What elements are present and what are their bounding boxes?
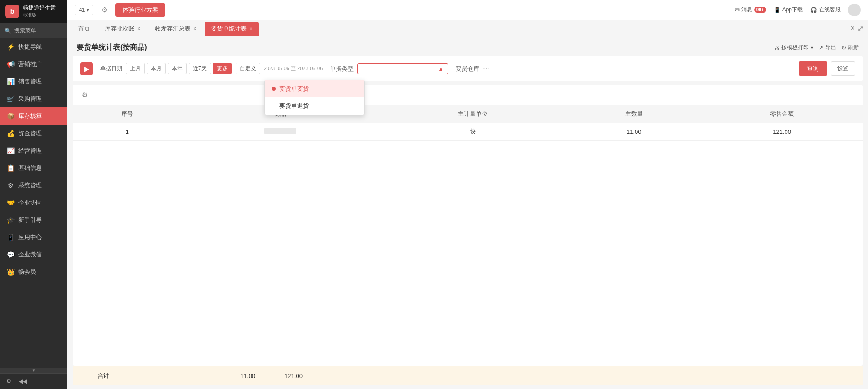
headset-icon: 🎧 (810, 7, 817, 13)
type-filter-group: 单据类型 ▲ (330, 63, 448, 74)
finance-label: 资金管理 (18, 129, 42, 138)
table-settings-icon[interactable]: ⚙ (78, 88, 91, 101)
tab-close-all-icon[interactable]: × (851, 24, 855, 33)
search-label: 搜索菜单 (14, 27, 36, 35)
header-right: ✉ 消息 99+ 📱 App下载 🎧 在线客服 (735, 4, 861, 16)
refresh-label: 刷新 (848, 44, 859, 51)
cell-quantity: 11.00 (566, 123, 701, 141)
quicknav-icon: ⚡ (6, 43, 15, 51)
sales-icon: 📊 (6, 78, 15, 85)
guide-icon: 🎓 (6, 216, 15, 224)
dropdown-item-0[interactable]: 要货单要货 (265, 80, 364, 97)
date-btn-custom[interactable]: 自定义 (236, 63, 260, 74)
tab-stock-summary[interactable]: 收发存汇总表 × (149, 22, 203, 36)
cooperation-label: 企业协同 (18, 199, 42, 207)
filter-actions: 查询 设置 (799, 61, 855, 76)
page-title: 要货单统计表(按商品) (77, 43, 147, 52)
sidebar-item-management[interactable]: 📈 经营管理 (0, 142, 67, 159)
tab-stock-summary-close[interactable]: × (193, 26, 196, 32)
scroll-down-indicator[interactable]: ▼ (0, 368, 67, 373)
sidebar-item-quicknav[interactable]: ⚡ 快捷导航 (0, 38, 67, 56)
sidebar-item-sales[interactable]: 📊 销售管理 (0, 73, 67, 90)
sidebar-settings-icon[interactable]: ⚙ (6, 378, 11, 384)
tab-bar: 首页 库存批次账 × 收发存汇总表 × 要货单统计表 × × ⤢ (67, 20, 868, 37)
basicinfo-icon: 📋 (6, 164, 15, 172)
message-badge: 99+ (754, 7, 766, 13)
export-icon: ↗ (819, 45, 823, 51)
query-button[interactable]: 查询 (799, 61, 827, 76)
inventory-icon: 📦 (6, 113, 15, 120)
header-gear-icon[interactable]: ⚙ (98, 4, 111, 16)
data-table: 序号 商品 主计量单位 主数量 零售金额 1 块 11.00 (73, 105, 863, 141)
sidebar-item-basic-info[interactable]: 📋 基础信息 (0, 159, 67, 177)
col-header-quantity: 主数量 (566, 105, 701, 123)
top-header: 41 ▾ ⚙ 体验行业方案 ✉ 消息 99+ 📱 App下载 🎧 在线客服 (67, 0, 868, 20)
warehouse-filter-group: 要货仓库 ··· (456, 65, 489, 73)
date-btn-lastmonth[interactable]: 上月 (126, 63, 145, 74)
cell-amount: 121.00 (701, 123, 863, 141)
tab-inventory-batch-label: 库存批次账 (105, 25, 134, 33)
sidebar-item-finance[interactable]: 💰 资金管理 (0, 125, 67, 142)
cell-unit: 块 (379, 123, 566, 141)
app-download-label: App下载 (782, 6, 803, 14)
member-label: 畅会员 (18, 268, 36, 276)
settings-button[interactable]: 设置 (831, 61, 855, 76)
sidebar-item-appcenter[interactable]: 📱 应用中心 (0, 229, 67, 246)
online-service-item[interactable]: 🎧 在线客服 (810, 6, 841, 14)
filter-expand-button[interactable]: ▶ (80, 62, 93, 75)
chevron-down-icon: ▾ (87, 7, 89, 13)
refresh-action[interactable]: ↻ 刷新 (842, 44, 859, 51)
filter-area: ▶ 单据日期 上月 本月 本年 近7天 更多 自定义 2023-05-06 至 … (73, 56, 863, 81)
tab-inventory-batch[interactable]: 库存批次账 × (98, 22, 147, 36)
header-left: 41 ▾ ⚙ 体验行业方案 (75, 3, 165, 17)
date-btn-7days[interactable]: 近7天 (189, 63, 211, 74)
trial-button[interactable]: 体验行业方案 (115, 3, 165, 17)
company-selector-value: 41 (79, 7, 85, 13)
sidebar-collapse-icon[interactable]: ◀◀ (19, 378, 27, 384)
date-btn-thisyear[interactable]: 本年 (168, 63, 187, 74)
date-btn-thismonth[interactable]: 本月 (147, 63, 166, 74)
content-area: 要货单统计表(按商品) 🖨 按模板打印 ▾ ↗ 导出 ↻ 刷新 (67, 37, 868, 389)
export-action[interactable]: ↗ 导出 (819, 44, 836, 51)
sidebar-item-guide[interactable]: 🎓 新手引导 (0, 211, 67, 229)
system-label: 系统管理 (18, 181, 42, 189)
sidebar-item-member[interactable]: 👑 畅会员 (0, 263, 67, 281)
sidebar-item-marketing[interactable]: 📢 营销推广 (0, 56, 67, 73)
app-download-icon: 📱 (774, 7, 781, 13)
management-icon: 📈 (6, 147, 15, 154)
sidebar-item-system[interactable]: ⚙ 系统管理 (0, 177, 67, 194)
filter-expand-icon: ▶ (84, 65, 89, 72)
tab-inventory-batch-close[interactable]: × (137, 26, 140, 32)
date-range-text: 2023-05-06 至 2023-06-06 (264, 65, 323, 72)
date-btn-more[interactable]: 更多 (213, 63, 232, 74)
management-label: 经营管理 (18, 147, 42, 155)
print-action[interactable]: 🖨 按模板打印 ▾ (774, 44, 813, 51)
page-actions: 🖨 按模板打印 ▾ ↗ 导出 ↻ 刷新 (774, 44, 859, 51)
chevron-up-icon: ▲ (438, 66, 443, 72)
sidebar-item-cooperation[interactable]: 🤝 企业协同 (0, 194, 67, 211)
tab-restore-icon[interactable]: ⤢ (858, 24, 863, 33)
online-service-label: 在线客服 (819, 6, 841, 14)
tab-order-stats[interactable]: 要货单统计表 × (205, 22, 259, 36)
wechat-label: 企业微信 (18, 251, 42, 259)
print-icon: 🖨 (774, 45, 780, 51)
appcenter-label: 应用中心 (18, 233, 42, 241)
type-select-dropdown[interactable]: ▲ (357, 63, 448, 74)
message-item[interactable]: ✉ 消息 99+ (735, 6, 766, 14)
sidebar-search[interactable]: 🔍 搜索菜单 (0, 23, 67, 38)
app-download-item[interactable]: 📱 App下载 (774, 6, 803, 14)
tab-home[interactable]: 首页 (72, 22, 97, 36)
company-selector[interactable]: 41 ▾ (75, 5, 93, 15)
user-avatar[interactable] (848, 4, 861, 16)
sidebar-item-inventory[interactable]: 📦 库存核算 (0, 107, 67, 125)
warehouse-filter-label: 要货仓库 (456, 65, 479, 73)
dropdown-item-1[interactable]: 要货单退货 (265, 97, 364, 115)
tab-bar-right: × ⤢ (851, 24, 863, 33)
sidebar-item-wechat[interactable]: 💬 企业微信 (0, 246, 67, 263)
warehouse-more-icon[interactable]: ··· (483, 65, 489, 73)
sidebar-nav: ⚡ 快捷导航 📢 营销推广 📊 销售管理 🛒 采购管理 📦 库存核算 💰 资金管… (0, 38, 67, 368)
tab-order-stats-close[interactable]: × (249, 26, 252, 32)
sidebar-item-purchase[interactable]: 🛒 采购管理 (0, 90, 67, 107)
footer-amount-value: 121.00 (271, 373, 316, 379)
appcenter-icon: 📱 (6, 234, 15, 241)
